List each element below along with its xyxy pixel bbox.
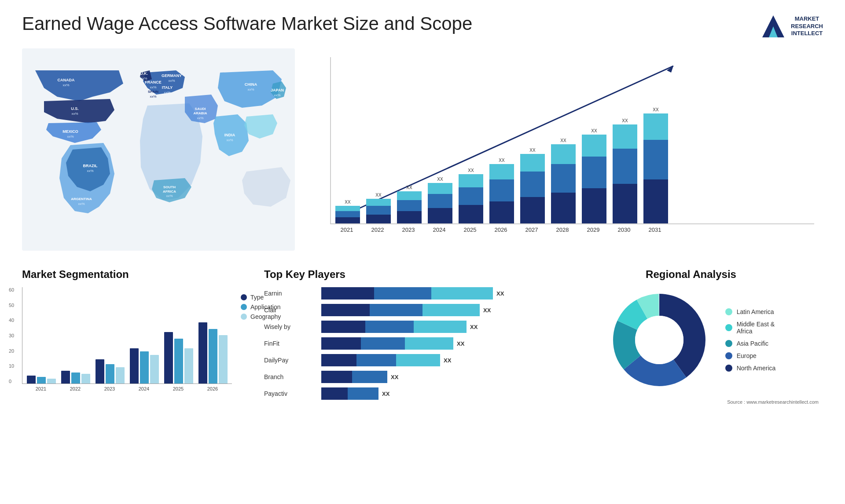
player-bar-finfit-seg1: [321, 337, 361, 350]
legend-latin-america-dot: [725, 308, 732, 315]
legend-type-label: Type: [250, 294, 264, 301]
legend-application: Application: [241, 303, 281, 310]
player-xx-clair: XX: [483, 307, 491, 314]
player-row-finfit: FinFit XX: [264, 337, 537, 350]
svg-text:GERMANY: GERMANY: [162, 73, 182, 78]
player-bar-earnin-seg2: [374, 287, 431, 299]
player-bar-payactiv-seg1: [321, 387, 348, 400]
legend-north-america-label: North America: [737, 365, 776, 372]
player-bar-payactiv: XX: [321, 387, 537, 400]
segmentation-section: Market Segmentation 60 50 40 30 20 10 0: [22, 268, 242, 405]
legend-geography-label: Geography: [250, 313, 281, 320]
player-row-payactiv: Payactiv XX: [264, 387, 537, 400]
player-xx-earnin: XX: [496, 290, 504, 297]
player-xx-dailypay: XX: [444, 357, 451, 364]
player-bar-dailypay-seg2: [356, 354, 396, 366]
svg-text:JAPAN: JAPAN: [271, 88, 284, 92]
legend-type-dot: [241, 294, 247, 300]
player-bar-branch: XX: [321, 371, 537, 383]
bar-group-2021: XX: [335, 200, 360, 223]
logo-text: MARKET RESEARCH INTELLECT: [791, 15, 823, 38]
svg-text:MEXICO: MEXICO: [62, 129, 78, 134]
players-section: Top Key Players Earnin XX Clair: [255, 268, 546, 405]
logo-icon: [760, 13, 786, 40]
player-bar-clair-seg1: [321, 304, 370, 316]
svg-text:xx%: xx%: [87, 169, 93, 173]
seg-chart-container: 60 50 40 30 20 10 0: [22, 287, 232, 394]
bar-2021-seg2: [335, 211, 360, 217]
player-bar-dailypay: XX: [321, 354, 537, 366]
seg-group-2025: [164, 332, 193, 383]
player-bar-finfit-seg2: [361, 337, 405, 350]
bar-group-2031: XX: [643, 107, 668, 223]
seg-x-labels: 2021 2022 2023 2024 2025 2026: [22, 384, 232, 394]
player-bar-clair: XX: [321, 304, 537, 316]
bar-group-2023: XX: [397, 185, 422, 223]
svg-text:ARABIA: ARABIA: [193, 111, 207, 115]
bar-group-2022: XX: [366, 193, 391, 223]
svg-text:SPAIN: SPAIN: [148, 90, 158, 94]
bar-chart-bars: XX XX: [330, 57, 814, 224]
svg-text:ITALY: ITALY: [162, 85, 173, 90]
player-xx-wisely: XX: [470, 324, 478, 330]
svg-point-42: [635, 316, 683, 364]
bar-group-2027: XX: [520, 148, 545, 223]
legend-asia-pacific-label: Asia Pacific: [737, 340, 768, 347]
player-xx-finfit: XX: [457, 340, 464, 347]
player-bar-finfit-seg3: [405, 337, 453, 350]
svg-text:ARGENTINA: ARGENTINA: [71, 197, 92, 201]
bar-group-2029: XX: [582, 128, 606, 223]
player-bar-branch-seg1: [321, 371, 352, 383]
page-title: Earned Wage Access Software Market Size …: [22, 13, 472, 34]
svg-text:xx%: xx%: [150, 85, 156, 89]
player-row-dailypay: DailyPay XX: [264, 354, 537, 366]
player-bar-wisely-seg3: [414, 321, 467, 333]
logo-area: MARKET RESEARCH INTELLECT: [760, 13, 823, 40]
bar-group-2025: XX: [459, 168, 483, 223]
legend-middle-east-dot: [725, 324, 732, 331]
regional-legend: Latin America Middle East &Africa Asia P…: [725, 308, 776, 372]
player-row-earnin: Earnin XX: [264, 287, 537, 299]
player-bar-earnin: XX: [321, 287, 537, 299]
bottom-section: Market Segmentation 60 50 40 30 20 10 0: [22, 268, 823, 405]
legend-latin-america: Latin America: [725, 308, 776, 315]
svg-text:xx%: xx%: [150, 95, 156, 99]
bar-group-2024: XX: [428, 177, 452, 223]
svg-text:xx%: xx%: [67, 135, 73, 139]
map-section: CANADA xx% U.S. xx% MEXICO xx% BRAZIL xx…: [22, 48, 295, 259]
svg-text:xx%: xx%: [164, 91, 170, 95]
player-bar-dailypay-seg1: [321, 354, 356, 366]
svg-text:U.S.: U.S.: [71, 106, 79, 111]
regional-title: Regional Analysis: [563, 268, 819, 281]
svg-text:CANADA: CANADA: [58, 78, 75, 82]
segmentation-title: Market Segmentation: [22, 268, 242, 281]
seg-group-2024: [130, 348, 159, 383]
players-title: Top Key Players: [264, 268, 537, 281]
world-map: CANADA xx% U.S. xx% MEXICO xx% BRAZIL xx…: [22, 48, 295, 251]
player-bar-wisely-seg2: [365, 321, 414, 333]
bar-2021-seg3: [335, 206, 360, 211]
legend-application-dot: [241, 304, 247, 310]
svg-text:INDIA: INDIA: [224, 133, 235, 137]
svg-text:SOUTH: SOUTH: [163, 185, 176, 189]
seg-group-2021: [27, 376, 56, 383]
legend-middle-east-label: Middle East &Africa: [737, 321, 775, 335]
seg-group-2023: [96, 359, 125, 383]
bar-group-2028: XX: [551, 138, 576, 223]
svg-text:xx%: xx%: [197, 116, 203, 120]
source-text: Source : www.marketresearchintellect.com: [563, 399, 819, 405]
legend-north-america: North America: [725, 365, 776, 372]
svg-text:BRAZIL: BRAZIL: [83, 164, 98, 168]
svg-text:xx%: xx%: [274, 93, 280, 97]
player-xx-branch: XX: [391, 374, 398, 380]
map-svg: CANADA xx% U.S. xx% MEXICO xx% BRAZIL xx…: [22, 48, 295, 251]
player-bar-earnin-seg3: [431, 287, 493, 299]
player-bar-earnin-seg1: [321, 287, 374, 299]
player-bar-branch-seg2: [352, 371, 387, 383]
seg-group-2026: [198, 322, 228, 383]
legend-type: Type: [241, 294, 281, 301]
bar-group-2026: XX: [489, 158, 514, 223]
legend-application-label: Application: [250, 303, 281, 310]
legend-asia-pacific-dot: [725, 340, 732, 347]
bar-2021-seg1: [335, 217, 360, 223]
